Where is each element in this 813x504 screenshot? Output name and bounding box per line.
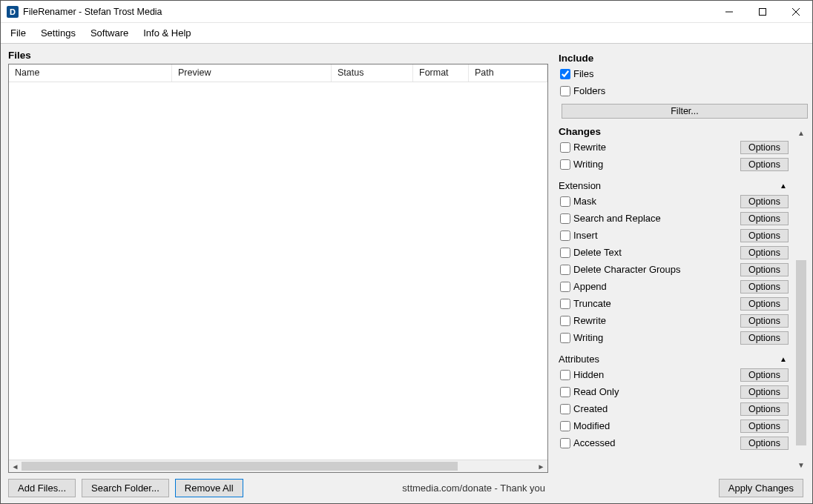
delete-char-groups-checkbox[interactable] [560, 265, 570, 275]
append-checkbox[interactable] [560, 282, 570, 292]
rewrite-checkbox[interactable] [560, 142, 570, 153]
created-options-button[interactable]: Options [740, 402, 789, 416]
modified-label: Modified [573, 420, 740, 431]
attributes-subtitle[interactable]: Attributes ▲ [559, 354, 794, 365]
changes-scroll-area: Changes Rewrite Options Writing Options … [559, 126, 808, 471]
insert-checkbox[interactable] [560, 231, 570, 241]
search-replace-options-button[interactable]: Options [740, 212, 789, 225]
search-replace-checkbox[interactable] [560, 213, 570, 224]
minimize-button[interactable] [712, 1, 745, 23]
client-area: Files Name Preview Status Format Path ◄ … [1, 44, 812, 503]
scroll-right-icon[interactable]: ► [535, 460, 547, 472]
insert-options-button[interactable]: Options [740, 229, 789, 242]
remove-all-button[interactable]: Remove All [175, 479, 243, 497]
include-files-label: Files [573, 68, 808, 79]
ext-writing-options-button[interactable]: Options [740, 331, 789, 345]
col-status[interactable]: Status [332, 64, 413, 82]
read-only-row: Read Only Options [559, 383, 794, 400]
read-only-checkbox[interactable] [560, 387, 570, 397]
listview-body[interactable] [9, 82, 547, 460]
scroll-thumb[interactable] [22, 462, 458, 471]
attributes-collapse-icon[interactable]: ▲ [780, 355, 794, 363]
scroll-up-icon[interactable]: ▲ [794, 126, 808, 139]
created-label: Created [573, 403, 740, 414]
hidden-checkbox[interactable] [560, 370, 570, 380]
col-preview[interactable]: Preview [172, 64, 332, 82]
extension-collapse-icon[interactable]: ▲ [780, 182, 794, 190]
menu-info-help[interactable]: Info & Help [136, 24, 197, 42]
hidden-options-button[interactable]: Options [740, 368, 789, 382]
menu-software[interactable]: Software [84, 24, 135, 42]
vscroll-track[interactable] [794, 139, 808, 458]
hidden-label: Hidden [573, 369, 740, 380]
col-path[interactable]: Path [469, 64, 547, 82]
append-label: Append [573, 281, 740, 292]
delete-text-options-button[interactable]: Options [740, 246, 789, 259]
search-replace-row: Search and Replace Options [559, 210, 794, 227]
writing-checkbox[interactable] [560, 159, 570, 170]
scroll-track[interactable] [22, 460, 535, 472]
listview-header: Name Preview Status Format Path [9, 64, 547, 82]
extension-subtitle[interactable]: Extension ▲ [559, 180, 794, 191]
delete-text-label: Delete Text [573, 247, 740, 258]
include-folders-checkbox[interactable] [560, 86, 570, 96]
delete-char-groups-label: Delete Character Groups [573, 264, 740, 275]
scroll-down-icon[interactable]: ▼ [794, 458, 808, 471]
search-replace-label: Search and Replace [573, 213, 740, 224]
include-files-checkbox[interactable] [560, 69, 570, 79]
app-icon: D [7, 6, 19, 18]
files-listview[interactable]: Name Preview Status Format Path ◄ ► [8, 64, 548, 473]
rewrite-options-button[interactable]: Options [740, 141, 789, 154]
mask-label: Mask [573, 196, 740, 207]
delete-text-checkbox[interactable] [560, 248, 570, 258]
include-folders-row: Folders [559, 82, 808, 99]
search-folder-button[interactable]: Search Folder... [82, 479, 169, 497]
delete-char-groups-row: Delete Character Groups Options [559, 261, 794, 278]
append-options-button[interactable]: Options [740, 280, 789, 294]
ext-writing-checkbox[interactable] [560, 333, 570, 343]
close-button[interactable] [779, 1, 812, 23]
add-files-button[interactable]: Add Files... [8, 479, 76, 497]
include-folders-label: Folders [573, 85, 808, 96]
modified-checkbox[interactable] [560, 421, 570, 431]
read-only-options-button[interactable]: Options [740, 385, 789, 399]
accessed-options-button[interactable]: Options [740, 437, 789, 450]
truncate-checkbox[interactable] [560, 299, 570, 309]
vscroll-thumb[interactable] [796, 260, 806, 445]
apply-changes-button[interactable]: Apply Changes [719, 479, 803, 497]
files-bottom-row: Add Files... Search Folder... Remove All… [8, 479, 548, 497]
created-checkbox[interactable] [560, 404, 570, 414]
maximize-button[interactable] [745, 1, 779, 23]
col-format[interactable]: Format [413, 64, 469, 82]
accessed-label: Accessed [573, 437, 740, 448]
mask-options-button[interactable]: Options [740, 195, 789, 208]
insert-row: Insert Options [559, 227, 794, 244]
options-vscrollbar[interactable]: ▲ ▼ [794, 126, 808, 471]
accessed-checkbox[interactable] [560, 438, 570, 448]
delete-char-groups-options-button[interactable]: Options [740, 263, 789, 276]
insert-label: Insert [573, 230, 740, 241]
col-name[interactable]: Name [9, 64, 172, 82]
extension-label: Extension [559, 180, 601, 191]
ext-rewrite-options-button[interactable]: Options [740, 314, 789, 328]
menu-settings[interactable]: Settings [34, 24, 82, 42]
mask-checkbox[interactable] [560, 196, 570, 207]
listview-hscrollbar[interactable]: ◄ ► [9, 460, 547, 472]
accessed-row: Accessed Options [559, 434, 794, 451]
modified-row: Modified Options [559, 417, 794, 434]
modified-options-button[interactable]: Options [740, 420, 789, 433]
include-files-row: Files [559, 65, 808, 82]
changes-title: Changes [559, 126, 794, 137]
ext-rewrite-checkbox[interactable] [560, 316, 570, 326]
filter-button[interactable]: Filter... [562, 104, 808, 119]
scroll-left-icon[interactable]: ◄ [9, 460, 22, 472]
menu-file[interactable]: File [4, 24, 33, 42]
filter-row: Filter... [562, 104, 808, 119]
delete-text-row: Delete Text Options [559, 244, 794, 261]
ext-rewrite-row: Rewrite Options [559, 312, 794, 329]
truncate-options-button[interactable]: Options [740, 297, 789, 311]
rewrite-label: Rewrite [573, 142, 740, 153]
hidden-row: Hidden Options [559, 366, 794, 383]
append-row: Append Options [559, 278, 794, 295]
writing-options-button[interactable]: Options [740, 158, 789, 171]
